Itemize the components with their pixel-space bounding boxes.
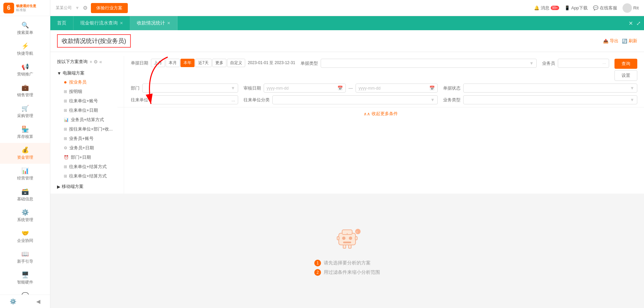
sidebar-item-hardware[interactable]: 🖥️ 智能硬件 (0, 268, 50, 289)
header-settings-btn[interactable]: ⚙ (83, 5, 88, 11)
scheme-item-partner-account[interactable]: ⊞ 往来单位+账号 (57, 96, 118, 106)
scheme-settings-btn[interactable]: ⚙ (94, 59, 98, 64)
sidebar-item-finance[interactable]: 💰 资金管理 (0, 143, 50, 164)
sidebar-settings-btn[interactable]: ⚙️ (10, 298, 16, 305)
doc-status-input[interactable]: ▼ (463, 84, 637, 93)
scheme-item-salesperson-account[interactable]: ⊞ 业务员+账号 (57, 134, 118, 143)
export-btn[interactable]: 📤 导出 (603, 38, 619, 44)
scheme-add-btn[interactable]: + (90, 59, 92, 64)
scheme-item-label: 业务员+日期 (69, 145, 94, 151)
scheme-item-partner-date[interactable]: ⊞ 往来单位+日期 (57, 106, 118, 115)
tab-bank-flow[interactable]: 现金银行流水查询 ✕ (73, 16, 130, 30)
scheme-item-salesperson-date[interactable]: ⚙ 业务员+日期 (57, 143, 118, 153)
partner-category-filter: 往来单位分类 ▼ (244, 95, 438, 104)
scheme-item-dept-date[interactable]: ⏰ 部门+日期 (57, 153, 118, 162)
review-date-label: 审核日期 (244, 85, 261, 91)
app-download-btn[interactable]: 📱 App下载 (565, 5, 588, 11)
partner-more-btn[interactable]: ... (231, 97, 235, 102)
notification-btn[interactable]: 🔔 消息 99+ (534, 5, 559, 11)
partner-input[interactable]: ... (151, 95, 238, 104)
scheme-item-label: 业务员+账号 (69, 136, 94, 142)
date-filter-group: 单据日期 上月 本月 本年 近7天 更多 自定义 2023-01-01 至 20… (131, 59, 295, 67)
grid-icon: ⊞ (64, 99, 67, 103)
scheme-group-mobile-header[interactable]: ▶ 移动端方案 (57, 182, 118, 191)
tab-bar: 首页 现金银行流水查询 ✕ 收款情况统计 ✕ ✕ ⤢ (50, 16, 644, 30)
scheme-item-partner-method1[interactable]: ⊞ 往来单位+结算方式 (57, 162, 118, 171)
purchase-icon: 🛒 (21, 105, 29, 112)
tab-home[interactable]: 首页 (50, 16, 73, 30)
date-btn-custom[interactable]: 自定义 (227, 59, 245, 67)
partner-label: 往来单位 (131, 97, 148, 103)
sidebar-item-basic[interactable]: 🗃️ 基础信息 (0, 185, 50, 205)
sidebar-item-search[interactable]: 🔍 搜索菜单 (0, 18, 50, 39)
user-avatar-btn[interactable]: Rit (623, 3, 639, 13)
scheme-item-partner-method2[interactable]: ⊞ 往来单位+结算方式 (57, 171, 118, 181)
query-btn[interactable]: 查询 (614, 59, 637, 69)
sidebar-nav: 🔍 搜索菜单 ⚡ 快捷导航 📢 营销推广 💼 销售管理 🛒 采购管理 🏪 (0, 16, 50, 295)
logo-icon: 6 (3, 3, 14, 13)
scheme-item-by-detail[interactable]: ⊞ 按明细 (57, 87, 118, 96)
sidebar-item-wechat[interactable]: 💬 企业微信 (0, 289, 50, 295)
salesperson-input[interactable]: ··· (558, 59, 609, 68)
date-label: 单据日期 (131, 60, 148, 66)
sidebar-item-system[interactable]: ⚙️ 系统管理 (0, 205, 50, 226)
doc-type-input[interactable]: ▼ (321, 59, 537, 68)
date-btn-last-month[interactable]: 上月 (151, 59, 165, 67)
sidebar-item-guide[interactable]: 📖 新手引导 (0, 247, 50, 268)
dropdown-icon: ▼ (529, 61, 534, 66)
sidebar-item-purchase[interactable]: 🛒 采购管理 (0, 101, 50, 122)
svg-rect-9 (343, 245, 346, 248)
date-btn-this-year[interactable]: 本年 (180, 59, 195, 67)
svg-point-5 (349, 237, 352, 240)
filter-area: 按以下方案查询 + ⚙ « ▼ (50, 52, 644, 194)
scheme-item-label: 按往来单位+部门+收... (69, 126, 113, 132)
sidebar-item-label: 采购管理 (17, 113, 33, 119)
sidebar-item-marketing[interactable]: 📢 营销推广 (0, 60, 50, 81)
scheme-item-partner-dept-collect[interactable]: ⊞ 按往来单位+部门+收... (57, 124, 118, 134)
sidebar-item-enterprise[interactable]: 🤝 企业协同 (0, 226, 50, 247)
partner-category-input[interactable]: ▼ (272, 95, 438, 104)
finance-icon: 💰 (21, 146, 29, 154)
grid-icon: ⊞ (64, 164, 67, 169)
search-icon: 🔍 (21, 21, 29, 29)
date-btn-7days[interactable]: 近7天 (195, 59, 212, 67)
close-all-tabs-btn[interactable]: ✕ (629, 20, 633, 27)
scheme-group-mobile: ▶ 移动端方案 (57, 182, 118, 191)
grid-icon: ⊞ (64, 174, 67, 178)
online-service-btn[interactable]: 💬 在线客服 (593, 5, 617, 11)
sidebar-item-sales[interactable]: 💼 销售管理 (0, 81, 50, 101)
close-tab-bank-flow[interactable]: ✕ (120, 21, 123, 25)
settings-btn[interactable]: 设置 (614, 70, 637, 81)
page-wrapper: 收款情况统计(按业务员) 📤 导出 🔄 刷新 (50, 30, 644, 308)
sidebar: 6 畅捷通好生意 标准版 🔍 搜索菜单 ⚡ 快捷导航 📢 营销推广 💼 销 (0, 0, 50, 308)
business-type-filter: 业务类型 ▼ (443, 95, 637, 104)
scheme-collapse-btn[interactable]: « (99, 59, 102, 64)
business-type-input[interactable]: ▼ (463, 95, 637, 104)
scheme-group-desktop-header[interactable]: ▼ 电脑端方案 (57, 69, 118, 78)
sidebar-item-quick-nav[interactable]: ⚡ 快捷导航 (0, 39, 50, 60)
sidebar-item-label: 智能硬件 (17, 279, 33, 285)
maximize-btn[interactable]: ⤢ (636, 20, 641, 27)
close-tab-collection-stats[interactable]: ✕ (167, 21, 170, 25)
trial-button[interactable]: 体验行业方案 (91, 3, 128, 13)
review-date-end-input[interactable]: yyyy-mm-dd 📅 (356, 84, 438, 93)
logo-badge: 标准版 (16, 8, 36, 12)
grid-icon: ⊞ (64, 89, 67, 94)
scheme-tree: ▼ 电脑端方案 ● 按业务员 ⊞ 按明细 (57, 67, 118, 194)
collapse-more-btn[interactable]: ∧∧ 收起更多条件 (117, 107, 644, 120)
svg-rect-6 (343, 242, 351, 243)
review-date-start-input[interactable]: yyyy-mm-dd 📅 (264, 84, 346, 93)
sidebar-collapse-btn[interactable]: ◀ (36, 298, 40, 305)
date-btn-more[interactable]: 更多 (212, 59, 226, 67)
dept-input[interactable]: ▼ (142, 84, 238, 93)
sidebar-item-operation[interactable]: 📊 经营管理 (0, 164, 50, 185)
empty-step-1: 1 请先选择要分析的方案 (314, 258, 380, 268)
refresh-btn[interactable]: 🔄 刷新 (622, 38, 637, 44)
sidebar-item-inventory[interactable]: 🏪 库存核算 (0, 122, 50, 143)
scheme-item-by-salesperson[interactable]: ● 按业务员 (57, 78, 118, 87)
scheme-item-salesperson-method[interactable]: 📊 业务员+结算方式 (57, 115, 118, 124)
date-btn-this-month[interactable]: 本月 (166, 59, 180, 67)
tab-collection-stats[interactable]: 收款情况统计 ✕ (130, 16, 177, 30)
chevron-down-icon: ▼ (57, 71, 61, 76)
sidebar-item-label: 经营管理 (17, 175, 33, 181)
